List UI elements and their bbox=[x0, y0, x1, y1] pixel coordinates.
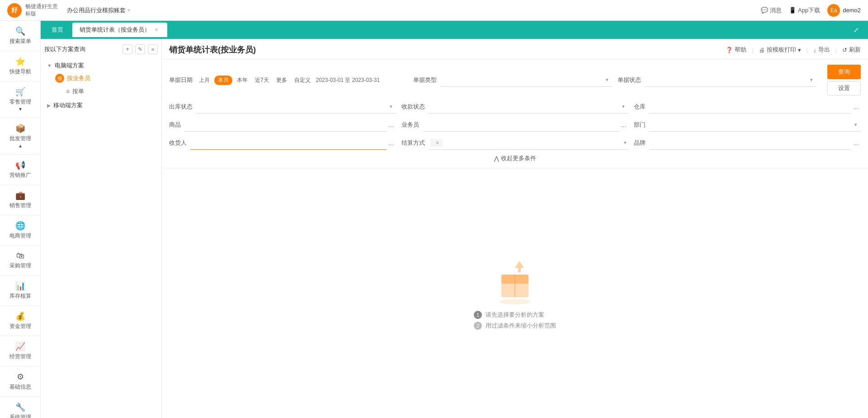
salesperson-scheme-icon: 按 bbox=[55, 74, 64, 83]
sidebar-item-finance[interactable]: 💰 资金管理 bbox=[0, 306, 40, 336]
salesperson-label: 业务员 bbox=[401, 121, 419, 129]
collapse-button[interactable]: ⋀ 收起更多条件 bbox=[169, 154, 861, 162]
filter-field-receivestatus: 收款状态 ▾ bbox=[401, 100, 628, 114]
collapse-icon: ⋀ bbox=[494, 155, 499, 162]
panel-title: 按以下方案查询 bbox=[44, 45, 85, 53]
sidebar-item-wholesale[interactable]: 📦 批发管理 ▴ bbox=[0, 118, 40, 155]
filter-field-goods: 商品 ... bbox=[169, 118, 396, 132]
sidebar-item-sales-label: 销售管理 bbox=[9, 202, 31, 209]
salesperson-input[interactable] bbox=[423, 118, 619, 132]
department-select[interactable]: ▾ bbox=[649, 118, 861, 132]
docstatus-select[interactable]: ▾ bbox=[645, 73, 816, 87]
scheme-collapse-button[interactable]: « bbox=[148, 44, 158, 54]
sidebar-item-retail[interactable]: 🛒 零售管理 ▾ bbox=[0, 81, 40, 118]
sidebar-item-quicknav[interactable]: ⭐ 快捷导航 bbox=[0, 51, 40, 81]
search-icon: 🔍 bbox=[15, 26, 25, 36]
filter-field-date: 单据日期 上月 本月 本年 近7天 更多 自定义 20 bbox=[169, 76, 408, 85]
sidebar-item-sales[interactable]: 💼 销售管理 bbox=[0, 185, 40, 215]
topbar-right: 💬 消息 📱 App下载 Ea demo2 bbox=[761, 4, 861, 17]
scheme-group-pc-header[interactable]: ▼ 电脑端方案 bbox=[44, 60, 158, 71]
export-button[interactable]: ↓ 导出 bbox=[813, 46, 830, 54]
scheme-edit-button[interactable]: ✎ bbox=[135, 44, 145, 54]
date-area: 上月 本月 本年 近7天 更多 自定义 2023-03-01 至 2023-03… bbox=[196, 76, 408, 85]
scheme-group-mobile-header[interactable]: ▶ 移动端方案 bbox=[44, 100, 158, 111]
brand-dots[interactable]: ... bbox=[851, 139, 861, 147]
filter-field-department: 部门 ▾ bbox=[634, 118, 861, 132]
filter-row-2: 出库状态 ▾ 收款状态 ▾ bbox=[169, 100, 861, 114]
scheme-add-button[interactable]: + bbox=[123, 44, 132, 54]
svg-point-3 bbox=[499, 299, 531, 304]
pc-group-expand-icon: ▼ bbox=[47, 63, 52, 68]
purchase-icon: 🛍 bbox=[16, 251, 24, 261]
empty-svg bbox=[488, 256, 551, 306]
outstatus-label: 出库状态 bbox=[169, 103, 193, 111]
brand-input[interactable] bbox=[649, 136, 851, 150]
retail-icon: 🛒 bbox=[15, 87, 25, 97]
outstatus-select[interactable]: ▾ bbox=[196, 100, 396, 114]
doctype-select[interactable]: ▾ bbox=[440, 73, 612, 87]
consignee-dots[interactable]: ... bbox=[387, 139, 396, 147]
scheme-panel: 按以下方案查询 + ✎ « bbox=[41, 39, 162, 418]
tab-active[interactable]: 销货单统计表（按业务员） × bbox=[72, 23, 167, 37]
salesperson-dots[interactable]: ... bbox=[619, 121, 628, 129]
wholesale-expand-icon: ▴ bbox=[19, 142, 22, 149]
download-icon: 📱 bbox=[789, 7, 796, 14]
empty-hint-1: 1 请先选择要分析的方案 bbox=[474, 311, 556, 319]
consignee-label: 收货人 bbox=[169, 139, 187, 147]
query-button[interactable]: 查询 bbox=[827, 65, 861, 79]
help-button[interactable]: ❓ 帮助 bbox=[726, 46, 746, 54]
ecommerce-icon: 🌐 bbox=[15, 221, 25, 231]
warehouse-input[interactable] bbox=[649, 100, 851, 114]
filter-field-outstatus: 出库状态 ▾ bbox=[169, 100, 396, 114]
page-content: 按以下方案查询 + ✎ « bbox=[41, 39, 868, 418]
print-icon: 🖨 bbox=[759, 47, 765, 53]
goods-dots[interactable]: ... bbox=[387, 121, 396, 129]
payment-tag: × bbox=[430, 139, 443, 147]
date-tab-this-year[interactable]: 本年 bbox=[234, 76, 250, 85]
filter-row-4: 收货人 ... 结算方式 × ▾ bbox=[169, 136, 861, 150]
active-tab-label: 销货单统计表（按业务员） bbox=[80, 26, 150, 34]
payment-select[interactable]: × ▾ bbox=[429, 136, 628, 150]
warehouse-dots[interactable]: ... bbox=[851, 103, 861, 111]
setting-button[interactable]: 设置 bbox=[827, 81, 861, 95]
messages-button[interactable]: 💬 消息 bbox=[761, 6, 782, 14]
doctype-label: 单据类型 bbox=[413, 76, 437, 84]
user-menu[interactable]: Ea demo2 bbox=[827, 4, 861, 17]
sidebar-item-basic[interactable]: ⚙ 基础信息 bbox=[0, 366, 40, 397]
filter-field-docstatus: 单据状态 ▾ bbox=[618, 73, 816, 87]
receivestatus-select[interactable]: ▾ bbox=[429, 100, 628, 114]
logo-text: 畅捷通好生意 标版 bbox=[25, 3, 58, 17]
tab-close-icon[interactable]: × bbox=[153, 26, 160, 33]
help-icon: ❓ bbox=[726, 47, 733, 53]
goods-input[interactable] bbox=[184, 118, 387, 132]
sidebar-item-marketing[interactable]: 📢 营销推广 bbox=[0, 155, 40, 185]
mobile-group-expand-icon: ▶ bbox=[47, 103, 51, 109]
sidebar-item-inventory-label: 库存核算 bbox=[9, 292, 31, 300]
tab-home[interactable]: 首页 bbox=[44, 23, 71, 37]
sidebar-item-system[interactable]: 🔧 系统管理 bbox=[0, 397, 40, 418]
date-tab-more[interactable]: 更多 bbox=[274, 76, 290, 85]
refresh-button[interactable]: ↺ 刷新 bbox=[842, 46, 861, 54]
date-tab-custom[interactable]: 自定义 bbox=[292, 76, 313, 85]
date-tab-this-month[interactable]: 本月 bbox=[214, 76, 232, 85]
date-tab-7days[interactable]: 近7天 bbox=[252, 76, 272, 85]
sidebar-item-purchase[interactable]: 🛍 采购管理 bbox=[0, 246, 40, 276]
date-tab-last-month[interactable]: 上月 bbox=[196, 76, 212, 85]
sidebar-item-search[interactable]: 🔍 搜索菜单 bbox=[0, 21, 40, 51]
department-dropdown-icon: ▾ bbox=[854, 122, 857, 128]
tab-maximize-icon[interactable]: ⤢ bbox=[852, 24, 861, 35]
panel-actions: + ✎ « bbox=[123, 44, 158, 54]
sidebar-item-operation[interactable]: 📈 经营管理 bbox=[0, 336, 40, 366]
sub-scheme-label: 按单 bbox=[72, 87, 84, 95]
refresh-icon: ↺ bbox=[842, 47, 847, 53]
scheme-item-salesperson[interactable]: 按 按业务员 bbox=[44, 71, 158, 85]
tab-bar: 首页 销货单统计表（按业务员） × ⤢ bbox=[41, 21, 868, 39]
payment-tag-close[interactable]: × bbox=[436, 140, 439, 146]
date-label: 单据日期 bbox=[169, 76, 193, 84]
app-download-button[interactable]: 📱 App下载 bbox=[789, 6, 820, 14]
sidebar-item-ecommerce[interactable]: 🌐 电商管理 bbox=[0, 215, 40, 246]
scheme-item-order[interactable]: ≡ 按单 bbox=[44, 85, 158, 98]
sidebar-item-inventory[interactable]: 📊 库存核算 bbox=[0, 276, 40, 306]
consignee-input[interactable] bbox=[190, 136, 387, 150]
print-button[interactable]: 🖨 按模板打印 ▾ bbox=[759, 46, 801, 54]
